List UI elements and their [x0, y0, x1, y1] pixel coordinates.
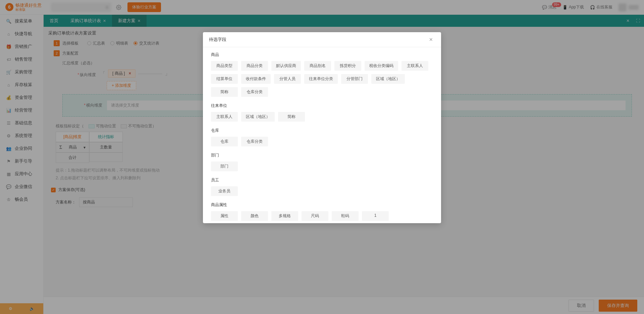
field-picker-modal: 待选字段 ✕ 商品商品类型商品分类默认供应商商品别名拣货积分税收分类编码主联系人… [203, 32, 441, 223]
field-option[interactable]: 主联系人 [211, 112, 238, 122]
field-group-title: 仓库 [211, 128, 433, 133]
field-option[interactable]: 颜色 [241, 211, 268, 221]
field-option[interactable]: 商品分类 [241, 61, 268, 71]
field-group: 部门部门 [211, 152, 433, 171]
field-option[interactable]: 业务员 [211, 186, 238, 196]
modal-close-button[interactable]: ✕ [427, 36, 435, 43]
field-option[interactable]: 分管部门 [341, 74, 368, 84]
field-option[interactable]: 分管人员 [274, 74, 301, 84]
field-group: 商品属性属性颜色多规格尺码鞋码1 [211, 202, 433, 221]
field-option[interactable]: 1 [362, 211, 389, 221]
field-option[interactable]: 默认供应商 [271, 61, 301, 71]
field-option[interactable]: 结算单位 [211, 74, 238, 84]
field-option[interactable]: 往来单位分类 [304, 74, 338, 84]
field-option[interactable]: 收付款条件 [241, 74, 271, 84]
field-group: 往来单位主联系人区域（地区）简称 [211, 103, 433, 122]
field-group-title: 商品属性 [211, 202, 433, 208]
field-option[interactable]: 税收分类编码 [365, 61, 398, 71]
field-group: 员工业务员 [211, 177, 433, 196]
field-group-title: 商品 [211, 52, 433, 58]
field-option[interactable]: 区域（地区） [371, 74, 405, 84]
field-option[interactable]: 仓库分类 [241, 87, 268, 97]
field-option[interactable]: 属性 [211, 211, 238, 221]
field-group-title: 往来单位 [211, 103, 433, 109]
field-option[interactable]: 仓库 [211, 137, 238, 146]
field-group: 仓库仓库仓库分类 [211, 128, 433, 146]
field-option[interactable]: 部门 [211, 162, 238, 171]
field-option[interactable]: 鞋码 [332, 211, 359, 221]
field-option[interactable]: 商品类型 [211, 61, 238, 71]
field-option[interactable]: 区域（地区） [241, 112, 275, 122]
field-group: 商品商品类型商品分类默认供应商商品别名拣货积分税收分类编码主联系人结算单位收付款… [211, 52, 433, 97]
field-option[interactable]: 简称 [211, 87, 238, 97]
field-option[interactable]: 简称 [278, 112, 305, 122]
field-option[interactable]: 尺码 [302, 211, 328, 221]
field-group-title: 部门 [211, 152, 433, 158]
field-group-title: 员工 [211, 177, 433, 183]
modal-mask[interactable]: 待选字段 ✕ 商品商品类型商品分类默认供应商商品别名拣货积分税收分类编码主联系人… [0, 0, 644, 314]
field-option[interactable]: 多规格 [271, 211, 298, 221]
field-option[interactable]: 拣货积分 [334, 61, 361, 71]
field-option[interactable]: 主联系人 [401, 61, 428, 71]
field-option[interactable]: 商品别名 [304, 61, 331, 71]
field-option[interactable]: 仓库分类 [241, 137, 268, 146]
modal-title: 待选字段 [209, 37, 226, 43]
